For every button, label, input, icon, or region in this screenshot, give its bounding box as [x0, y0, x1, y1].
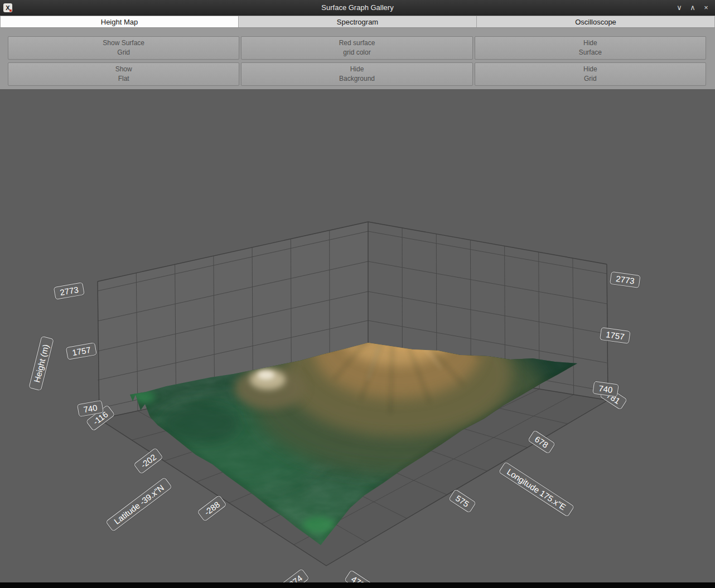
toolbar: Show Surface Grid Red surface grid color… — [8, 36, 706, 86]
tab-height-map[interactable]: Height Map — [0, 16, 239, 27]
window-title: Surface Graph Gallery — [0, 3, 715, 12]
hide-grid-button[interactable]: Hide Grid — [475, 62, 706, 86]
button-label-line1: Hide — [583, 38, 597, 48]
button-label-line2: Grid — [584, 74, 597, 84]
button-label-line2: Surface — [579, 48, 602, 57]
button-label-line2: Flat — [118, 74, 129, 84]
tab-spectrogram[interactable]: Spectrogram — [239, 16, 477, 27]
app-window: X Surface Graph Gallery ∨ ∧ × Height Map… — [0, 0, 715, 588]
button-label-line1: Hide — [583, 65, 597, 74]
shade-button[interactable]: ∨ — [673, 0, 686, 16]
button-label-line1: Show Surface — [103, 38, 144, 48]
window-controls: ∨ ∧ × — [673, 0, 713, 16]
red-surface-grid-color-button[interactable]: Red surface grid color — [241, 36, 472, 60]
titlebar[interactable]: X Surface Graph Gallery ∨ ∧ × — [0, 0, 715, 16]
button-label-line2: grid color — [343, 48, 370, 57]
show-flat-button[interactable]: Show Flat — [8, 62, 239, 86]
button-label-line1: Red surface — [339, 38, 375, 48]
button-label-line2: Grid — [117, 48, 130, 57]
hide-background-button[interactable]: Hide Background — [241, 62, 472, 86]
tab-bar: Height Map Spectrogram Oscilloscope — [0, 16, 715, 28]
tab-oscilloscope[interactable]: Oscilloscope — [477, 16, 715, 27]
taskbar-strip — [0, 582, 715, 588]
close-button[interactable]: × — [699, 0, 713, 16]
maximize-button[interactable]: ∧ — [686, 0, 699, 16]
surface-plot-viewport[interactable]: 2773 1757 -116 740 -202 -288 -374 781 74… — [0, 89, 715, 582]
button-label-line1: Show — [115, 65, 132, 74]
show-surface-grid-button[interactable]: Show Surface Grid — [8, 36, 239, 60]
hide-surface-button[interactable]: Hide Surface — [475, 36, 706, 60]
button-label-line1: Hide — [350, 65, 364, 74]
height-map-panel: Show Surface Grid Red surface grid color… — [0, 28, 715, 582]
button-label-line2: Background — [339, 74, 375, 84]
